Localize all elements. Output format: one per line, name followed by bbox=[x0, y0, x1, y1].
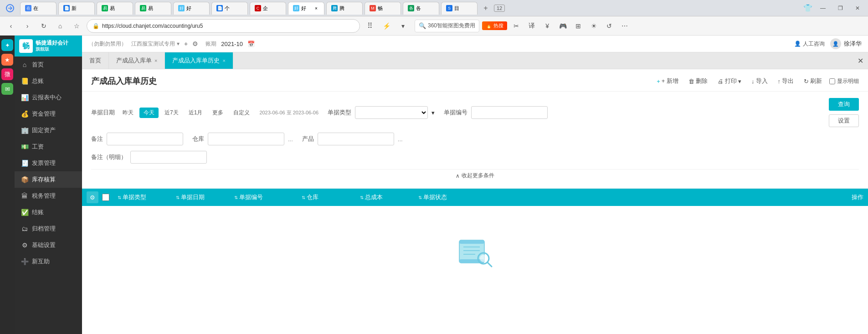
import-button[interactable]: ↓ 导入 bbox=[749, 76, 770, 87]
more-icon[interactable]: ⋯ bbox=[618, 20, 631, 32]
product-more-icon[interactable]: ... bbox=[398, 136, 403, 143]
quick-icon-q3[interactable]: 微 bbox=[1, 68, 13, 80]
col-header-cost[interactable]: ⇅ 总成本 bbox=[360, 193, 406, 201]
bookmark-button[interactable]: ☆ bbox=[70, 20, 83, 32]
hot-search-badge[interactable]: 🔥 热搜 bbox=[482, 21, 507, 30]
note-filter-input[interactable] bbox=[107, 133, 183, 145]
translate-icon[interactable]: 译 bbox=[525, 20, 538, 32]
human-service-button[interactable]: 👤 人工咨询 bbox=[794, 40, 825, 48]
browser-tab-t9[interactable]: 腾 腾 bbox=[326, 2, 363, 15]
col-header-status[interactable]: ⇅ 单据状态 bbox=[418, 193, 464, 201]
home-button[interactable]: ⌂ bbox=[54, 20, 67, 32]
show-detail-checkbox[interactable] bbox=[829, 78, 835, 84]
browser-tab-t1[interactable]: 在 在 bbox=[20, 2, 56, 15]
col-header-warehouse[interactable]: ⇅ 仓库 bbox=[302, 193, 347, 201]
browser-tab-t4[interactable]: 易 易 bbox=[135, 2, 171, 15]
lightning-icon[interactable]: ⚡ bbox=[380, 20, 393, 32]
product-filter-input[interactable] bbox=[318, 133, 394, 145]
content-tab-history[interactable]: 产成品入库单历史 × bbox=[165, 52, 233, 69]
sidebar-item-more[interactable]: ➕ 新互助 bbox=[15, 253, 82, 270]
tab-add-button[interactable]: + bbox=[479, 2, 492, 15]
date-1month-btn[interactable]: 近1月 bbox=[185, 108, 207, 118]
col-header-date[interactable]: ⇅ 单据日期 bbox=[176, 193, 221, 201]
maximize-button[interactable]: ❐ bbox=[833, 4, 847, 13]
tab-close-t8[interactable]: × bbox=[313, 5, 319, 11]
back-button[interactable]: ‹ bbox=[5, 20, 17, 32]
sidebar-item-ledger[interactable]: 📒 总账 bbox=[15, 73, 82, 89]
sidebar-item-payroll[interactable]: 💵 工资 bbox=[15, 139, 82, 155]
tab-history-close[interactable]: × bbox=[222, 58, 225, 63]
date-custom-btn[interactable]: 自定义 bbox=[229, 108, 254, 118]
col-header-number[interactable]: ⇅ 单据编号 bbox=[234, 193, 289, 201]
add-company-button[interactable]: + bbox=[184, 40, 188, 47]
forward-button[interactable]: › bbox=[21, 20, 34, 32]
browser-tab-t5[interactable]: 好 好 bbox=[173, 2, 210, 15]
company-selector[interactable]: 江西服宝测试专用 ▾ bbox=[131, 40, 180, 48]
collapse-filter-button[interactable]: ∧ 收起更多条件 bbox=[91, 169, 859, 182]
export-button[interactable]: ↑ 导出 bbox=[775, 76, 797, 87]
sidebar-item-home[interactable]: ⌂ 首页 bbox=[15, 57, 82, 73]
query-button[interactable]: 查询 bbox=[829, 98, 859, 111]
date-7days-btn[interactable]: 近7天 bbox=[160, 108, 183, 118]
browser-tab-t3[interactable]: 易 易 bbox=[97, 2, 133, 15]
quick-icon-q1[interactable]: ✦ bbox=[1, 39, 13, 51]
sidebar-item-funds[interactable]: 💰 资金管理 bbox=[15, 106, 82, 122]
content-tab-list[interactable]: 产成品入库单 × bbox=[109, 52, 165, 69]
date-yesterday-btn[interactable]: 昨天 bbox=[118, 108, 138, 118]
type-filter-select[interactable] bbox=[355, 106, 428, 119]
user-info: 👤 徐泽华 bbox=[830, 38, 862, 49]
refresh-button[interactable]: ↻ bbox=[37, 20, 50, 32]
extensions-icon[interactable]: ⠿ bbox=[364, 20, 376, 32]
date-more-btn[interactable]: 更多 bbox=[208, 108, 227, 118]
add-button[interactable]: + + 新增 bbox=[654, 76, 681, 87]
settings-button[interactable]: 设置 bbox=[829, 114, 859, 127]
yuan-icon[interactable]: ¥ bbox=[541, 20, 554, 32]
calendar-icon[interactable]: 📅 bbox=[247, 41, 255, 47]
dropdown-icon[interactable]: ▾ bbox=[396, 20, 409, 32]
address-bar[interactable]: 🔒 https://cloud.chanjet.com/accounting/u… bbox=[87, 19, 360, 33]
delete-button[interactable]: 🗑 删除 bbox=[686, 76, 710, 87]
sidebar-item-archive[interactable]: 🗂 归档管理 bbox=[15, 221, 82, 237]
table-settings-button[interactable]: ⚙ bbox=[87, 191, 98, 203]
minimize-button[interactable]: — bbox=[816, 4, 830, 13]
warehouse-filter-input[interactable] bbox=[208, 133, 284, 145]
close-button[interactable]: ✕ bbox=[851, 4, 864, 13]
ssl-lock-icon: 🔒 bbox=[92, 23, 99, 29]
sidebar-item-fixed-assets[interactable]: 🏢 固定资产 bbox=[15, 122, 82, 139]
browser-tab-t12[interactable]: S 目 bbox=[441, 2, 478, 15]
browser-tab-t11[interactable]: 各 各 bbox=[403, 2, 439, 15]
sidebar-item-reports[interactable]: 📊 云报表中心 bbox=[15, 89, 82, 106]
warehouse-more-icon[interactable]: ... bbox=[288, 136, 293, 143]
col-header-type[interactable]: ⇅ 单据类型 bbox=[118, 193, 163, 201]
sidebar-item-checkout[interactable]: ✅ 结账 bbox=[15, 204, 82, 221]
quick-icon-q2[interactable]: ★ bbox=[1, 54, 13, 66]
print-button[interactable]: 🖨 打印 ▾ bbox=[715, 76, 744, 87]
grid-icon[interactable]: ⊞ bbox=[572, 20, 585, 32]
table-select-all[interactable] bbox=[102, 194, 109, 201]
date-today-btn[interactable]: 今天 bbox=[139, 108, 159, 118]
theme-icon[interactable]: ☀ bbox=[587, 20, 600, 32]
undo-icon[interactable]: ↺ bbox=[603, 20, 616, 32]
sidebar-item-basic[interactable]: ⚙ 基础设置 bbox=[15, 237, 82, 253]
browser-tab-t7[interactable]: C 企 bbox=[250, 2, 286, 15]
number-filter-input[interactable] bbox=[471, 106, 548, 119]
search-box[interactable]: 🔍 360智能抠图免费用 bbox=[415, 20, 479, 32]
sidebar-item-tax[interactable]: 🏛 税务管理 bbox=[15, 188, 82, 204]
quick-icon-q4[interactable]: ✉ bbox=[1, 83, 13, 95]
game-icon[interactable]: 🎮 bbox=[556, 20, 569, 32]
browser-nav-icon[interactable] bbox=[4, 2, 16, 15]
tab-list-close[interactable]: × bbox=[154, 58, 157, 63]
detail-note-filter-input[interactable] bbox=[130, 151, 207, 164]
type-filter-group: 单据类型 ▾ bbox=[328, 106, 435, 119]
browser-tab-t2[interactable]: 📄 新 bbox=[58, 2, 95, 15]
browser-tab-t6[interactable]: 📄 个 bbox=[211, 2, 248, 15]
breadcrumb-home[interactable]: 首页 bbox=[82, 52, 109, 69]
panel-close-icon[interactable]: ✕ bbox=[858, 57, 863, 65]
sidebar-item-invoice[interactable]: 🧾 发票管理 bbox=[15, 155, 82, 171]
sidebar-item-inventory[interactable]: 📦 库存核算 bbox=[15, 171, 82, 188]
browser-tab-t10[interactable]: M 畅 bbox=[365, 2, 401, 15]
scissors-icon[interactable]: ✂ bbox=[510, 20, 523, 32]
company-settings-icon[interactable]: ⚙ bbox=[192, 40, 198, 47]
browser-tab-t8[interactable]: 好 好 × bbox=[288, 2, 324, 15]
refresh-button[interactable]: ↻ 刷新 bbox=[801, 76, 825, 87]
